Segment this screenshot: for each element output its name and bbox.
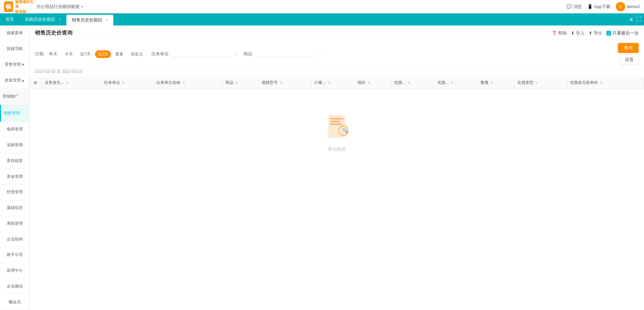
svg-text:🔍: 🔍	[342, 128, 348, 134]
sidebar-item-system-mgmt[interactable]: 系统管理	[0, 216, 29, 232]
user-area[interactable]: D demo2	[616, 2, 640, 11]
empty-state: 🔍 暂元数据	[30, 89, 644, 172]
col-unit[interactable]: 计量... ⇅	[312, 77, 355, 89]
product-filter-group: 商品 ...	[244, 51, 322, 57]
date-btn-1month[interactable]: 近1月	[95, 50, 111, 58]
date-btn-last7[interactable]: 近7天	[77, 50, 94, 58]
sidebar-item-quick-nav[interactable]: 快捷导航	[0, 41, 29, 57]
table-body: 🔍 暂元数据	[30, 89, 644, 173]
wholesale-sub-menu: 营销推广 销售管理	[0, 88, 29, 122]
content-area: 销售历史价查询 ❓ 帮助 ⬇ 导入 ⬆ 导出 ✓ 只看最后一次	[30, 25, 644, 310]
date-btn-today[interactable]: 今天	[62, 50, 76, 58]
wholesale-arrow-icon: ▲	[21, 79, 25, 82]
logo-text: 畅捷通好生意 标准版	[15, 0, 34, 14]
tab-close-all-icon[interactable]: ✕	[629, 16, 633, 23]
sidebar-item-new-guide[interactable]: 新手引导	[0, 247, 29, 263]
table-head: ⚙ 业务发生... ⇅ 往来单位 ⇅ 往来单位名称 ⇅	[30, 77, 644, 89]
sidebar-item-basic-info[interactable]: 基础信息	[0, 200, 29, 216]
svg-rect-3	[330, 121, 340, 122]
date-btn-yesterday[interactable]: 昨天	[46, 50, 60, 58]
product-input[interactable]	[255, 51, 315, 57]
sort-spec-icon: ⇅	[280, 81, 282, 85]
product-label: 商品	[244, 51, 252, 57]
table-settings-icon[interactable]: ⚙	[34, 81, 37, 85]
import-btn[interactable]: ⬇ 导入	[571, 30, 585, 36]
tab-bar-right: ✕ ⛶	[629, 16, 644, 23]
sidebar-item-capital-mgmt[interactable]: 资金管理	[0, 169, 29, 185]
col-discount2[interactable]: 优惠... ⇅	[435, 77, 478, 89]
sidebar: 搜索菜单 快捷导航 零售管理 ▼ 批发管理 ▲ 营销推广 销售管理 电商管理 采…	[0, 25, 30, 310]
tab-bar: 首页 采购历史价跟踪 × 销售历史价跟踪 × ✕ ⛶	[0, 13, 644, 25]
tab-sales-close-icon[interactable]: ×	[106, 18, 108, 22]
col-pretax-price[interactable]: 优惠前无税单价 ⇅	[567, 77, 644, 89]
col-spec[interactable]: 规格型号 ⇅	[259, 77, 312, 89]
help-icon: ❓	[551, 31, 557, 36]
tab-purchase-history[interactable]: 采购历史价跟踪 ×	[19, 13, 66, 25]
col-trade-type[interactable]: 交易类型 ⇅	[514, 77, 567, 89]
svg-rect-4	[330, 123, 342, 125]
sort-discount2-icon: ⇅	[450, 81, 453, 85]
product-dots[interactable]: ...	[318, 52, 322, 57]
sort-trade-type-icon: ⇅	[535, 81, 538, 85]
date-buttons: 昨天 今天 近7天 近1月 更多 自定义	[46, 50, 146, 58]
col-discount1[interactable]: 优惠... ⇅	[391, 77, 435, 89]
col-quantity[interactable]: 数量 ⇅	[478, 77, 515, 89]
svg-rect-2	[330, 118, 343, 119]
sidebar-item-app-center[interactable]: 应用中心	[0, 263, 29, 279]
sort-product-icon: ⇅	[235, 81, 238, 85]
settings-button[interactable]: 设置	[620, 54, 639, 65]
app-name-area: 办公用品行业模拟账套 ▾	[36, 4, 564, 10]
tab-home[interactable]: 首页	[0, 13, 19, 25]
date-btn-more[interactable]: 更多	[112, 50, 126, 58]
sidebar-item-marketing-promo[interactable]: 营销推广	[0, 88, 29, 105]
table-header-row: ⚙ 业务发生... ⇅ 往来单位 ⇅ 往来单位名称 ⇅	[30, 77, 644, 89]
data-table: ⚙ 业务发生... ⇅ 往来单位 ⇅ 往来单位名称 ⇅	[30, 77, 644, 172]
sort-partner-name-icon: ⇅	[182, 81, 185, 85]
partner-input[interactable]	[171, 51, 232, 57]
top-right: 💬 消息 📱 App下载 D demo2	[567, 2, 640, 11]
col-settings[interactable]: ⚙	[30, 77, 42, 89]
sidebar-item-retail-mgmt[interactable]: 零售管理 ▼	[0, 57, 29, 73]
main-layout: 搜索菜单 快捷导航 零售管理 ▼ 批发管理 ▲ 营销推广 销售管理 电商管理 采…	[0, 25, 644, 310]
help-btn[interactable]: ❓ 帮助	[551, 30, 567, 36]
export-btn[interactable]: ⬆ 导出	[589, 30, 602, 36]
empty-row: 🔍 暂元数据	[30, 89, 644, 173]
query-button[interactable]: 查询	[618, 43, 639, 53]
tab-sales-history[interactable]: 销售历史价跟踪 ×	[66, 15, 113, 25]
logo-area: 畅 畅捷通好生意 标准版	[4, 0, 34, 14]
sidebar-item-wholesale-mgmt[interactable]: 批发管理 ▲	[0, 72, 29, 88]
partner-dots[interactable]: ...	[234, 52, 238, 57]
sidebar-item-ecommerce-mgmt[interactable]: 电商管理	[0, 122, 29, 138]
top-bar: 畅 畅捷通好生意 标准版 办公用品行业模拟账套 ▾ 💬 消息 📱 App下载 D…	[0, 0, 644, 13]
only-last-checkbox[interactable]: ✓ 只看最后一次	[606, 30, 639, 36]
app-name: 办公用品行业模拟账套	[36, 4, 80, 10]
sidebar-item-operations-mgmt[interactable]: 经营管理	[0, 185, 29, 200]
app-download-btn[interactable]: 📱 App下载	[587, 4, 610, 10]
export-icon: ⬆	[589, 31, 592, 36]
tab-expand-icon[interactable]: ⛶	[636, 16, 641, 22]
logo-icon: 畅	[4, 1, 13, 12]
sort-biz-date-icon: ⇅	[66, 81, 68, 85]
tab-purchase-close-icon[interactable]: ×	[59, 17, 61, 22]
sidebar-item-sales-mgmt[interactable]: 销售管理	[0, 105, 29, 122]
col-partner-name[interactable]: 往来单位名称 ⇅	[154, 77, 222, 89]
sidebar-item-search-menu[interactable]: 搜索菜单	[0, 25, 29, 41]
sidebar-item-purchase-mgmt[interactable]: 采购管理	[0, 138, 29, 153]
sidebar-item-enterprise-wechat[interactable]: 企业微信	[0, 279, 29, 295]
filter-bar: 日期 昨天 今天 近7天 近1月 更多 自定义 往来单位 ... 商品	[30, 40, 644, 69]
col-product[interactable]: 商品 ⇅	[222, 77, 259, 89]
date-btn-custom[interactable]: 自定义	[128, 50, 146, 58]
app-dropdown-icon[interactable]: ▾	[81, 4, 83, 9]
message-btn[interactable]: 💬 消息	[567, 4, 582, 10]
page-title: 销售历史价查询	[35, 30, 72, 37]
empty-state-icon: 🔍	[320, 109, 354, 142]
retail-arrow-icon: ▼	[21, 63, 25, 66]
page-actions: ❓ 帮助 ⬇ 导入 ⬆ 导出 ✓ 只看最后一次	[551, 30, 639, 36]
sidebar-item-member[interactable]: 畅会员	[0, 294, 29, 310]
col-partner-code[interactable]: 往来单位 ⇅	[101, 77, 154, 89]
col-price[interactable]: 报价 ⇅	[355, 77, 391, 89]
sort-price-icon: ⇅	[368, 81, 370, 85]
sidebar-item-enterprise-agreement[interactable]: 企业协同	[0, 231, 29, 247]
sidebar-item-inventory-check[interactable]: 库存核算	[0, 153, 29, 169]
col-biz-date[interactable]: 业务发生... ⇅	[42, 77, 101, 89]
